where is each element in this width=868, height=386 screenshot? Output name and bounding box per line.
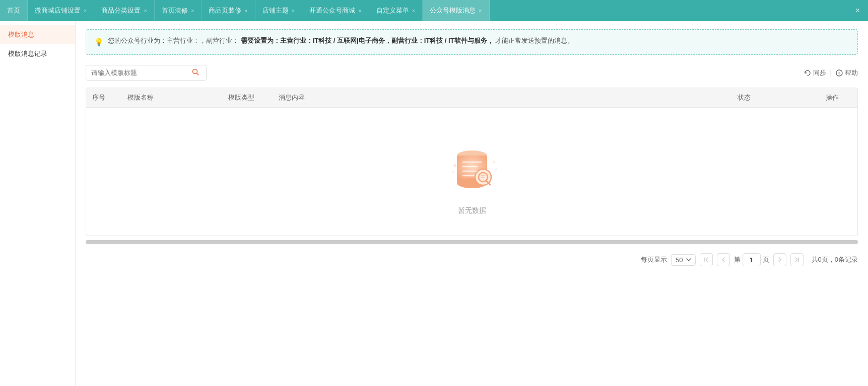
nav-tab-store-settings[interactable]: 微商城店铺设置 × xyxy=(28,0,94,21)
nav-tab-custom-menu[interactable]: 自定义菜单 × xyxy=(369,0,423,21)
help-button[interactable]: ? 帮助 xyxy=(836,68,858,78)
last-page-icon xyxy=(794,257,799,262)
th-type: 模版类型 xyxy=(222,88,273,107)
page-size-value: 50 xyxy=(676,256,683,264)
close-icon[interactable]: × xyxy=(479,8,482,14)
nav-tab-store-theme[interactable]: 店铺主题 × xyxy=(255,0,302,21)
top-nav: 首页 微商城店铺设置 × 商品分类设置 × 首页装修 × 商品页装修 × 店铺主… xyxy=(0,0,868,21)
page-input-wrap: 第 页 xyxy=(734,253,769,266)
help-label: 帮助 xyxy=(845,68,858,78)
notice-text: 您的公众号行业为：主营行业：，副营行业： 需要设置为：主营行业：IT科技 / 互… xyxy=(108,36,574,46)
th-action: 操作 xyxy=(807,88,857,107)
search-button[interactable] xyxy=(187,65,204,80)
nav-tab-custom-menu-label: 自定义菜单 xyxy=(376,6,409,15)
nav-tab-home-decor-label: 首页装修 xyxy=(162,6,188,15)
sync-label: 同步 xyxy=(813,68,826,78)
content-area: 💡 您的公众号行业为：主营行业：，副营行业： 需要设置为：主营行业：IT科技 /… xyxy=(76,21,868,386)
prev-page-button[interactable] xyxy=(717,253,730,266)
nav-tab-product-decor-label: 商品页装修 xyxy=(209,6,241,15)
svg-line-1 xyxy=(197,73,199,75)
empty-state: 暂无数据 xyxy=(86,108,857,236)
nav-tab-template-msg[interactable]: 公众号模版消息 × xyxy=(423,0,489,21)
search-actions: 同步 | ? 帮助 xyxy=(804,68,858,78)
sidebar-item-template-msg-records-label: 模版消息记录 xyxy=(8,50,47,57)
bulb-icon: 💡 xyxy=(94,36,104,48)
sidebar-item-template-msg-records[interactable]: 模版消息记录 xyxy=(0,44,75,63)
pagination: 每页显示 50 第 页 xyxy=(86,248,858,268)
first-page-icon xyxy=(704,257,709,262)
th-status: 状态 xyxy=(731,88,807,107)
close-all-button[interactable]: × xyxy=(847,6,868,15)
notice-banner: 💡 您的公众号行业为：主营行业：，副营行业： 需要设置为：主营行业：IT科技 /… xyxy=(86,29,858,55)
sidebar-item-template-msg-label: 模版消息 xyxy=(8,31,34,38)
empty-text: 暂无数据 xyxy=(458,206,486,215)
close-icon[interactable]: × xyxy=(191,8,194,14)
nav-tab-category-settings[interactable]: 商品分类设置 × xyxy=(94,0,154,21)
next-page-icon xyxy=(778,257,782,262)
close-icon[interactable]: × xyxy=(244,8,247,14)
close-icon[interactable]: × xyxy=(144,8,147,14)
nav-tab-home-label: 首页 xyxy=(7,6,20,15)
scrollbar-thumb[interactable] xyxy=(86,240,858,244)
th-content: 消息内容 xyxy=(273,88,731,107)
nav-tab-category-settings-label: 商品分类设置 xyxy=(101,6,141,15)
svg-point-16 xyxy=(453,164,456,167)
horizontal-scrollbar[interactable] xyxy=(86,240,858,244)
sidebar: 模版消息 模版消息记录 xyxy=(0,21,76,386)
nav-tab-home[interactable]: 首页 xyxy=(0,0,28,21)
page-unit: 页 xyxy=(763,255,769,264)
svg-point-18 xyxy=(493,161,495,164)
search-row: 同步 | ? 帮助 xyxy=(86,65,858,81)
th-seq: 序号 xyxy=(86,88,121,107)
close-icon[interactable]: × xyxy=(292,8,295,14)
last-page-button[interactable] xyxy=(790,253,804,266)
chevron-down-icon xyxy=(686,258,691,262)
nav-tab-store-theme-label: 店铺主题 xyxy=(262,6,289,15)
nav-tab-template-msg-label: 公众号模版消息 xyxy=(430,6,476,15)
nav-tab-open-public-mall-label: 开通公众号商城 xyxy=(309,6,355,15)
per-page-label: 每页显示 xyxy=(641,255,667,264)
prev-page-icon xyxy=(721,257,725,262)
notice-prefix: 您的公众号行业为：主营行业：，副营行业： xyxy=(108,37,239,44)
notice-suffix: 才能正常发送预置的消息。 xyxy=(495,37,574,44)
divider: | xyxy=(830,69,832,76)
svg-point-17 xyxy=(452,171,454,173)
close-icon[interactable]: × xyxy=(412,8,415,14)
svg-text:?: ? xyxy=(838,71,841,76)
svg-point-19 xyxy=(495,168,497,170)
close-icon[interactable]: × xyxy=(358,8,361,14)
page-size-select[interactable]: 50 xyxy=(671,254,695,266)
notice-highlight: 需要设置为：主营行业：IT科技 / 互联网|电子商务，副营行业：IT科技 / I… xyxy=(241,37,494,44)
empty-illustration xyxy=(442,138,502,198)
table-header: 序号 模版名称 模版类型 消息内容 状态 操作 xyxy=(86,88,857,108)
first-page-button[interactable] xyxy=(700,253,713,266)
help-icon: ? xyxy=(836,69,843,76)
sync-icon xyxy=(804,69,811,76)
page-number-input[interactable] xyxy=(743,253,761,266)
data-table: 序号 模版名称 模版类型 消息内容 状态 操作 xyxy=(86,88,858,236)
search-input[interactable] xyxy=(86,66,187,80)
nav-tab-product-decor[interactable]: 商品页装修 × xyxy=(202,0,255,21)
nav-tab-home-decor[interactable]: 首页装修 × xyxy=(155,0,202,21)
page-label: 第 xyxy=(734,255,741,264)
search-input-wrap xyxy=(86,65,207,81)
th-name: 模版名称 xyxy=(121,88,222,107)
pagination-info: 共0页，0条记录 xyxy=(812,255,858,264)
nav-tab-open-public-mall[interactable]: 开通公众号商城 × xyxy=(302,0,369,21)
sync-button[interactable]: 同步 xyxy=(804,68,826,78)
nav-tab-store-settings-label: 微商城店铺设置 xyxy=(35,6,81,15)
sidebar-item-template-msg[interactable]: 模版消息 xyxy=(0,25,75,44)
close-icon[interactable]: × xyxy=(84,8,87,14)
next-page-button[interactable] xyxy=(773,253,786,266)
main-layout: 模版消息 模版消息记录 💡 您的公众号行业为：主营行业：，副营行业： 需要设置为… xyxy=(0,21,868,386)
